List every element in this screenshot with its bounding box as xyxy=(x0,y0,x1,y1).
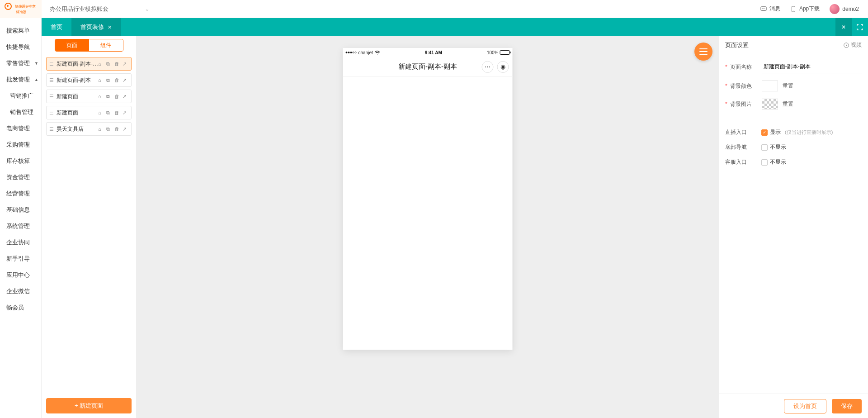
chevron-icon: ▲ xyxy=(34,77,38,82)
sidebar-item[interactable]: 搜索菜单 xyxy=(0,23,41,39)
bgimg-swatch[interactable] xyxy=(762,99,778,109)
target-button[interactable]: ◉ xyxy=(497,61,509,73)
bgcolor-reset-button[interactable]: 重置 xyxy=(783,82,793,90)
components-tab[interactable]: 组件 xyxy=(89,39,123,51)
page-list-panel: 页面 组件 ☰新建页面-副本-…⌂⧉🗑↗☰新建页面-副本⌂⧉🗑↗☰新建页面⌂⧉🗑… xyxy=(42,36,137,418)
share-icon[interactable]: ↗ xyxy=(123,126,128,132)
sidebar-item[interactable]: 应用中心 xyxy=(0,267,41,283)
copy-icon[interactable]: ⧉ xyxy=(106,77,112,83)
bgimg-label: 背景图片 xyxy=(730,100,762,108)
bgimg-reset-button[interactable]: 重置 xyxy=(783,100,793,108)
sidebar-item[interactable]: 零售管理▼ xyxy=(0,55,41,71)
page-title: 新建页面-副本-副本 xyxy=(398,62,457,71)
status-bar: chanjet 9:41 AM 100% xyxy=(343,48,513,57)
copy-icon[interactable]: ⧉ xyxy=(106,126,112,132)
close-icon[interactable]: ✕ xyxy=(108,24,112,30)
workspace-name: 办公用品行业模拟账套 xyxy=(50,5,108,13)
copy-icon[interactable]: ⧉ xyxy=(106,61,112,67)
home-icon[interactable]: ⌂ xyxy=(98,110,104,116)
sidebar-item[interactable]: 新手引导 xyxy=(0,251,41,267)
workspace-select[interactable]: 办公用品行业模拟账套 ⌄ xyxy=(50,5,150,13)
page-row[interactable]: ☰新建页面⌂⧉🗑↗ xyxy=(46,106,132,119)
avatar-icon xyxy=(830,4,840,14)
sidebar-sub-item[interactable]: 销售管理 xyxy=(0,104,41,120)
sidebar-item[interactable]: 库存核算 xyxy=(0,153,41,169)
bottomnav-label: 底部导航 xyxy=(725,143,761,151)
chevron-icon: ▼ xyxy=(34,61,38,66)
live-label: 直播入口 xyxy=(725,128,761,136)
service-checkbox[interactable]: 不显示 xyxy=(761,158,786,166)
chevron-down-icon: ⌄ xyxy=(145,5,150,12)
page-row[interactable]: ☰新建页面⌂⧉🗑↗ xyxy=(46,90,132,103)
sidebar-item[interactable]: 基础信息 xyxy=(0,202,41,218)
home-icon[interactable]: ⌂ xyxy=(98,77,104,83)
phone-preview: chanjet 9:41 AM 100% 新建页面-副本-副本 ⋯ ◉ xyxy=(343,48,513,350)
sidebar-item[interactable]: 电商管理 xyxy=(0,120,41,137)
canvas: chanjet 9:41 AM 100% 新建页面-副本-副本 ⋯ ◉ xyxy=(137,36,719,418)
share-icon[interactable]: ↗ xyxy=(123,94,128,100)
add-page-button[interactable]: + 新建页面 xyxy=(46,398,132,413)
home-icon[interactable]: ⌂ xyxy=(98,94,104,100)
sidebar-item[interactable]: 批发管理▲ xyxy=(0,71,41,88)
phone-icon xyxy=(790,6,797,12)
sidebar-item[interactable]: 快捷导航 xyxy=(0,39,41,55)
page-row[interactable]: ☰新建页面-副本-…⌂⧉🗑↗ xyxy=(46,57,132,71)
app-download-button[interactable]: App下载 xyxy=(790,5,820,13)
battery-label: 100% xyxy=(487,50,499,55)
page-name-input[interactable] xyxy=(762,61,862,73)
settings-title: 页面设置 xyxy=(725,41,749,49)
home-icon[interactable]: ⌂ xyxy=(98,126,104,132)
save-button[interactable]: 保存 xyxy=(832,399,862,413)
service-label: 客服入口 xyxy=(725,158,761,166)
drag-icon[interactable]: ☰ xyxy=(49,110,54,116)
bgcolor-label: 背景颜色 xyxy=(730,82,762,90)
delete-icon[interactable]: 🗑 xyxy=(114,77,120,83)
home-icon[interactable]: ⌂ xyxy=(98,61,104,67)
top-bar: 畅捷通好生意 标准版 办公用品行业模拟账套 ⌄ 消息 App下载 demo2 xyxy=(0,0,868,18)
drag-icon[interactable]: ☰ xyxy=(49,126,54,132)
drag-icon[interactable]: ☰ xyxy=(49,61,54,67)
copy-icon[interactable]: ⧉ xyxy=(106,110,112,116)
sidebar-item[interactable]: 畅会员 xyxy=(0,299,41,316)
live-checkbox[interactable]: ✓显示 (仅当进行直播时展示) xyxy=(761,128,833,136)
copy-icon[interactable]: ⧉ xyxy=(106,94,112,100)
delete-icon[interactable]: 🗑 xyxy=(114,126,120,132)
logo[interactable]: 畅捷通好生意 标准版 xyxy=(0,0,42,18)
pages-tab[interactable]: 页面 xyxy=(55,39,89,51)
list-mode-segmented: 页面 组件 xyxy=(55,39,123,52)
share-icon[interactable]: ↗ xyxy=(123,61,128,67)
messages-button[interactable]: 消息 xyxy=(760,5,780,13)
more-button[interactable]: ⋯ xyxy=(482,61,494,73)
sidebar-item[interactable]: 经营管理 xyxy=(0,185,41,202)
delete-icon[interactable]: 🗑 xyxy=(114,110,120,116)
set-home-button[interactable]: 设为首页 xyxy=(784,399,826,413)
sidebar-item[interactable]: 系统管理 xyxy=(0,218,41,234)
sidebar-item[interactable]: 资金管理 xyxy=(0,169,41,185)
delete-icon[interactable]: 🗑 xyxy=(114,61,120,67)
svg-point-2 xyxy=(793,10,793,11)
user-menu[interactable]: demo2 xyxy=(830,4,859,14)
drag-icon[interactable]: ☰ xyxy=(49,77,54,83)
video-help-button[interactable]: 视频 xyxy=(844,41,862,49)
bgcolor-swatch[interactable] xyxy=(762,81,778,91)
sidebar-item[interactable]: 企业协同 xyxy=(0,234,41,251)
close-tab-button[interactable]: ✕ xyxy=(835,18,852,36)
sidebar-item[interactable]: 企业微信 xyxy=(0,283,41,299)
sidebar: 搜索菜单快捷导航零售管理▼批发管理▲营销推广销售管理电商管理采购管理库存核算资金… xyxy=(0,18,42,418)
tab[interactable]: 首页装修✕ xyxy=(71,18,121,36)
bottomnav-checkbox[interactable]: 不显示 xyxy=(761,143,786,151)
message-icon xyxy=(760,6,767,12)
share-icon[interactable]: ↗ xyxy=(123,110,128,116)
delete-icon[interactable]: 🗑 xyxy=(114,94,120,100)
menu-fab[interactable] xyxy=(694,43,712,61)
page-row[interactable]: ☰新建页面-副本⌂⧉🗑↗ xyxy=(46,73,132,87)
settings-panel: 页面设置 视频 *页面名称 *背景颜色 重置 *背景图片 重置 xyxy=(719,36,868,418)
page-row[interactable]: ☰昊天文具店⌂⧉🗑↗ xyxy=(46,122,132,136)
fullscreen-button[interactable] xyxy=(852,18,868,36)
share-icon[interactable]: ↗ xyxy=(123,77,128,83)
drag-icon[interactable]: ☰ xyxy=(49,94,54,100)
sidebar-item[interactable]: 采购管理 xyxy=(0,137,41,153)
name-label: 页面名称 xyxy=(730,63,762,71)
tab[interactable]: 首页 xyxy=(42,18,71,36)
sidebar-sub-item[interactable]: 营销推广 xyxy=(0,88,41,104)
